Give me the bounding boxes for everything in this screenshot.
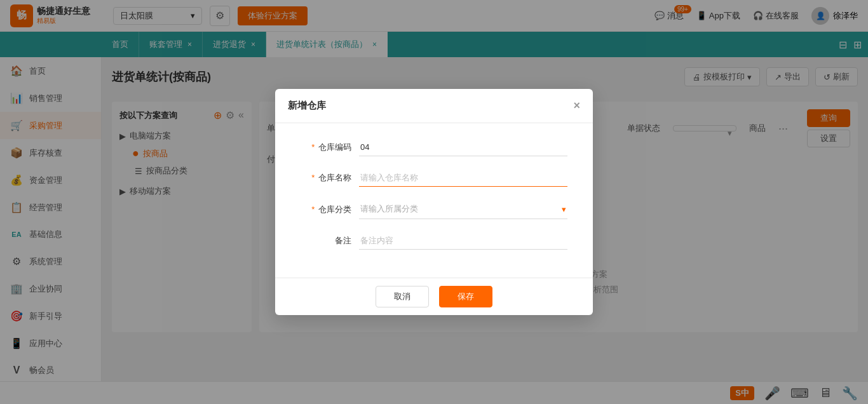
dialog-overlay: 新增仓库 × * 仓库编码 * 仓库名称: [0, 0, 868, 404]
category-required-marker: *: [311, 205, 315, 214]
category-label: * 仓库分类: [301, 204, 351, 215]
save-button[interactable]: 保存: [439, 286, 492, 307]
warehouse-name-input[interactable]: [359, 169, 567, 187]
cancel-button[interactable]: 取消: [376, 286, 429, 307]
form-row-category: * 仓库分类 请输入所属分类 ▾: [301, 199, 567, 219]
code-required-marker: *: [311, 142, 315, 152]
name-required-marker: *: [311, 173, 315, 182]
form-row-name: * 仓库名称: [301, 169, 567, 187]
remark-input[interactable]: [359, 232, 567, 250]
dialog-footer: 取消 保存: [275, 278, 593, 315]
dialog-body: * 仓库编码 * 仓库名称 * 仓库分类 请输入所属: [275, 123, 593, 278]
form-row-code: * 仓库编码: [301, 138, 567, 156]
category-chevron-icon: ▾: [562, 205, 566, 214]
form-row-remark: 备注: [301, 232, 567, 250]
name-label: * 仓库名称: [301, 172, 351, 184]
dialog-title: 新增仓库: [288, 100, 326, 112]
warehouse-code-input[interactable]: [359, 138, 567, 156]
category-select[interactable]: 请输入所属分类 ▾: [359, 199, 567, 219]
dialog-close-button[interactable]: ×: [573, 99, 580, 112]
dialog-header: 新增仓库 ×: [275, 89, 593, 123]
new-warehouse-dialog: 新增仓库 × * 仓库编码 * 仓库名称: [275, 89, 593, 315]
category-placeholder: 请输入所属分类: [360, 203, 418, 215]
code-label: * 仓库编码: [301, 142, 351, 153]
remark-label: 备注: [301, 235, 351, 246]
